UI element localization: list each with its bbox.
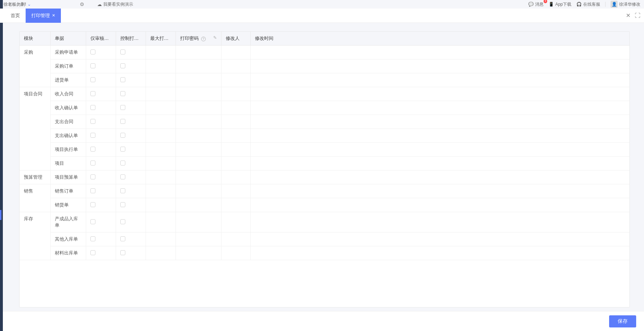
password-cell[interactable]: [176, 87, 221, 101]
audit-checkbox[interactable]: [90, 147, 95, 152]
col-header-control: 控制打印...: [116, 32, 146, 46]
org-selector[interactable]: 徐老板勿删! ⌄: [4, 1, 75, 7]
messages-link[interactable]: 💬 消息 •: [528, 1, 544, 7]
max-cell[interactable]: [146, 46, 176, 59]
audit-cell: [86, 143, 116, 157]
control-checkbox[interactable]: [120, 63, 125, 68]
user-menu[interactable]: 👤 徐泽华修改: [611, 1, 640, 8]
customer-service-link[interactable]: 🎧 在线客服: [576, 1, 600, 7]
audit-checkbox[interactable]: [90, 174, 95, 179]
app-download-link[interactable]: 📱 App下载: [549, 1, 571, 7]
audit-checkbox[interactable]: [90, 49, 95, 54]
modifier-cell: [221, 170, 250, 184]
audit-checkbox[interactable]: [90, 77, 95, 82]
control-checkbox[interactable]: [120, 91, 125, 96]
doc-cell: 支出确认单: [50, 129, 86, 143]
password-cell[interactable]: [176, 246, 221, 260]
control-cell: [116, 73, 146, 87]
audit-checkbox[interactable]: [90, 219, 95, 224]
control-checkbox[interactable]: [120, 174, 125, 179]
password-cell[interactable]: [176, 115, 221, 129]
messages-label: 消息: [535, 1, 544, 7]
fullscreen-icon[interactable]: ⛶: [635, 12, 640, 19]
control-checkbox[interactable]: [120, 250, 125, 255]
max-cell[interactable]: [146, 59, 176, 73]
password-cell[interactable]: [176, 143, 221, 157]
max-cell[interactable]: [146, 246, 176, 260]
max-cell[interactable]: [146, 101, 176, 115]
audit-checkbox[interactable]: [90, 91, 95, 96]
control-checkbox[interactable]: [120, 77, 125, 82]
modifier-cell: [221, 143, 250, 157]
max-cell[interactable]: [146, 232, 176, 246]
audit-checkbox[interactable]: [90, 105, 95, 110]
max-cell[interactable]: [146, 115, 176, 129]
audit-cell: [86, 212, 116, 232]
password-cell[interactable]: [176, 59, 221, 73]
tab-home[interactable]: 首页: [5, 9, 26, 23]
doc-cell: 项目执行单: [50, 143, 86, 157]
max-cell[interactable]: [146, 129, 176, 143]
tab-print-management-label: 打印管理: [31, 12, 50, 19]
control-checkbox[interactable]: [120, 147, 125, 152]
audit-checkbox[interactable]: [90, 119, 95, 124]
close-all-icon[interactable]: ✕: [626, 12, 630, 19]
password-cell[interactable]: [176, 157, 221, 170]
modifier-cell: [221, 246, 250, 260]
audit-cell: [86, 198, 116, 212]
control-checkbox[interactable]: [120, 119, 125, 124]
max-cell[interactable]: [146, 184, 176, 198]
password-cell[interactable]: [176, 232, 221, 246]
demo-link[interactable]: ☁ 我要看实例演示: [97, 1, 133, 7]
audit-checkbox[interactable]: [90, 202, 95, 207]
control-checkbox[interactable]: [120, 105, 125, 110]
max-cell[interactable]: [146, 170, 176, 184]
edit-icon[interactable]: ✎: [213, 35, 217, 40]
password-cell[interactable]: [176, 198, 221, 212]
phone-icon: 📱: [549, 2, 554, 7]
control-checkbox[interactable]: [120, 133, 125, 138]
password-cell[interactable]: [176, 212, 221, 232]
control-checkbox[interactable]: [120, 188, 125, 193]
table-body: 采购采购申请单采购订单进货单项目合同收入合同收入确认单支出合同支出确认单项目执行…: [20, 46, 629, 260]
max-cell[interactable]: [146, 87, 176, 101]
max-cell[interactable]: [146, 212, 176, 232]
close-icon[interactable]: ✕: [52, 13, 55, 18]
table-row: 材料出库单: [20, 246, 629, 260]
audit-cell: [86, 115, 116, 129]
tab-print-management[interactable]: 打印管理 ✕: [26, 9, 61, 23]
gear-icon[interactable]: ⚙: [80, 1, 84, 7]
max-cell[interactable]: [146, 143, 176, 157]
control-checkbox[interactable]: [120, 49, 125, 54]
time-cell: [250, 212, 629, 232]
password-cell[interactable]: [176, 184, 221, 198]
audit-cell: [86, 184, 116, 198]
password-cell[interactable]: [176, 129, 221, 143]
modifier-cell: [221, 115, 250, 129]
help-icon[interactable]: ?: [201, 37, 206, 41]
save-button[interactable]: 保存: [609, 315, 636, 327]
password-cell[interactable]: [176, 46, 221, 59]
table-header-row: 模块 单据 仅审核后... 控制打印... 最大打印... 打印密码 ? ✎ 修…: [20, 32, 629, 46]
audit-checkbox[interactable]: [90, 188, 95, 193]
module-cell: 项目合同: [20, 87, 50, 170]
max-cell[interactable]: [146, 198, 176, 212]
table-row: 项目: [20, 157, 629, 170]
password-cell[interactable]: [176, 170, 221, 184]
control-checkbox[interactable]: [120, 219, 125, 224]
audit-checkbox[interactable]: [90, 63, 95, 68]
topbar: 徐老板勿删! ⌄ ⚙ ☁ 我要看实例演示 💬 消息 • 📱 App下载 🎧 在线…: [0, 0, 644, 9]
max-cell[interactable]: [146, 73, 176, 87]
audit-checkbox[interactable]: [90, 133, 95, 138]
audit-checkbox[interactable]: [90, 250, 95, 255]
control-checkbox[interactable]: [120, 202, 125, 207]
password-cell[interactable]: [176, 73, 221, 87]
max-cell[interactable]: [146, 157, 176, 170]
audit-cell: [86, 101, 116, 115]
audit-checkbox[interactable]: [90, 161, 95, 166]
control-checkbox[interactable]: [120, 236, 125, 241]
control-checkbox[interactable]: [120, 161, 125, 166]
password-cell[interactable]: [176, 101, 221, 115]
audit-checkbox[interactable]: [90, 236, 95, 241]
audit-cell: [86, 46, 116, 59]
